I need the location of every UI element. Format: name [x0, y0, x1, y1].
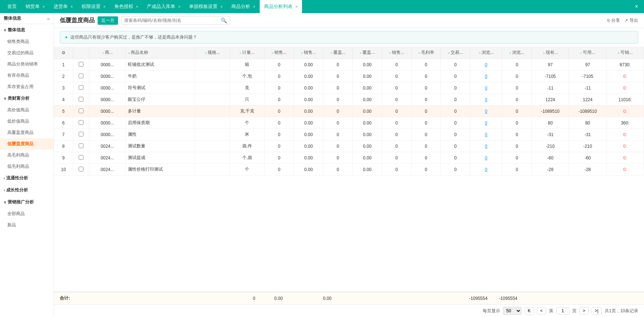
nav-purchase[interactable]: 进货单 × — [49, 0, 77, 13]
nav-product-stock[interactable]: 产成品入库单 × — [142, 0, 185, 13]
col-sales-amt[interactable]: ⬦销售... — [294, 47, 323, 59]
cell-checkbox[interactable] — [73, 164, 89, 175]
nav-template[interactable]: 单据模板设置 × — [185, 0, 227, 13]
cell-checkbox[interactable] — [73, 82, 89, 94]
sidebar-item-low-coverage[interactable]: 低覆盖度商品 — [0, 138, 54, 150]
col-browse1[interactable]: ⬦浏览... — [470, 47, 502, 59]
cell-browse1[interactable]: 0 — [470, 164, 502, 175]
cell-browse1[interactable]: 0 — [470, 71, 502, 82]
footer-current: -1095554 — [466, 296, 491, 301]
nav-home[interactable]: 首页 — [3, 0, 21, 13]
info-icon: ✦ — [64, 35, 68, 40]
col-gross-margin[interactable]: ⬦毛利率 — [411, 47, 441, 59]
cell-name: 属性价格打印测试 — [126, 164, 195, 175]
col-spec[interactable]: ⬦规格... — [195, 47, 229, 59]
close-all-button[interactable]: × — [632, 3, 641, 10]
sidebar-section-marketing[interactable]: ∨ 营销推广分析 — [0, 196, 54, 208]
sidebar-item-sales-products[interactable]: 销售类商品 — [0, 36, 54, 47]
cell-sales-qty: 0 — [264, 94, 294, 106]
table-row: 5 0000... 多计量 克,千克 0 0.00 0 0.00 0 0 0 0… — [54, 106, 644, 117]
sidebar-item-low-margin[interactable]: 低毛利商品 — [0, 161, 54, 172]
cell-browse1[interactable]: 0 — [470, 94, 502, 106]
sidebar-item-low-value[interactable]: 低价值商品 — [0, 116, 54, 127]
cell-sales-amt: 0.00 — [294, 59, 323, 71]
cell-browse1[interactable]: 0 — [470, 140, 502, 152]
time-filter-button[interactable]: 近一月 — [98, 16, 118, 25]
sidebar-item-all-products[interactable]: 全部商品 — [0, 208, 54, 219]
close-purchase-icon[interactable]: × — [71, 5, 73, 9]
sidebar-item-high-coverage[interactable]: 高覆盖度商品 — [0, 127, 54, 138]
close-role-icon[interactable]: × — [136, 5, 138, 9]
col-sales3[interactable]: ⬦销售... — [382, 47, 412, 59]
close-analysis-icon[interactable]: × — [253, 5, 255, 9]
cell-browse1[interactable]: 0 — [470, 117, 502, 129]
sidebar-item-traded-products[interactable]: 交易过的商品 — [0, 47, 54, 59]
last-page-button[interactable]: >| — [592, 307, 602, 314]
export-button[interactable]: ↗ 导出 — [624, 17, 638, 24]
close-template-icon[interactable]: × — [220, 5, 223, 9]
sidebar-item-new-products[interactable]: 新品 — [0, 219, 54, 231]
page-size-select[interactable]: 50 20 100 — [503, 307, 522, 315]
col-unit[interactable]: ⬦计量... — [230, 47, 264, 59]
cell-checkbox[interactable] — [73, 59, 89, 71]
col-sales-qty[interactable]: ⬦销售... — [264, 47, 294, 59]
nav-permissions[interactable]: 权限设置 × — [77, 0, 110, 13]
col-coverage2[interactable]: ⬦覆盖... — [353, 47, 382, 59]
nav-product-analysis[interactable]: 商品分析 × — [227, 0, 260, 13]
col-saleable[interactable]: ⬦可销... — [606, 47, 644, 59]
sidebar-item-stock-capital[interactable]: 库存资金占用 — [0, 81, 54, 92]
sidebar-section-wealth[interactable]: ∨ 类财富分析 — [0, 92, 54, 104]
cell-sku: 0024... — [89, 152, 126, 164]
nav-product-analysis-list[interactable]: 商品分析列表 × — [260, 0, 302, 13]
cell-checkbox[interactable] — [73, 94, 89, 106]
nav-role-auth[interactable]: 角色授权 × — [110, 0, 143, 13]
close-sales-icon[interactable]: × — [43, 5, 45, 9]
sidebar-item-category-rate[interactable]: 商品分类动销率 — [0, 59, 54, 70]
cell-browse1[interactable]: 0 — [470, 106, 502, 117]
sidebar-section-overall[interactable]: ∨ 整体信息 — [0, 24, 54, 36]
close-permissions-icon[interactable]: × — [103, 5, 106, 9]
first-page-button[interactable]: K — [525, 307, 534, 314]
sidebar-section-growth[interactable]: › 成长性分析 — [0, 184, 54, 196]
sidebar-section-liquidity[interactable]: › 流通性分析 — [0, 172, 54, 184]
col-settings[interactable]: ⚙ — [54, 47, 73, 59]
cell-checkbox[interactable] — [73, 71, 89, 82]
cell-checkbox[interactable] — [73, 106, 89, 117]
share-button[interactable]: ⎗ 分享 — [607, 17, 620, 24]
cell-sales-amt: 0.00 — [294, 140, 323, 152]
next-page-button[interactable]: > — [580, 307, 589, 314]
page-number-input[interactable] — [556, 307, 569, 314]
col-available-stock[interactable]: ⬦可用... — [569, 47, 606, 59]
cell-gross-margin: 0 — [411, 106, 441, 117]
cell-checkbox[interactable] — [73, 140, 89, 152]
sidebar-collapse-button[interactable]: « — [47, 16, 50, 21]
cell-sales3: 0 — [382, 140, 412, 152]
cell-browse1[interactable]: 0 — [470, 129, 502, 140]
prev-page-button[interactable]: < — [537, 307, 546, 314]
cell-available: -28 — [569, 164, 606, 175]
cell-trade: 0 — [441, 82, 470, 94]
search-icon[interactable]: 🔍 — [221, 17, 227, 23]
close-product-stock-icon[interactable]: × — [178, 5, 180, 9]
cell-browse2: 0 — [502, 117, 532, 129]
col-current-stock[interactable]: ⬦现有... — [531, 47, 569, 59]
cell-browse1[interactable]: 0 — [470, 152, 502, 164]
col-coverage1[interactable]: ⬦覆盖... — [323, 47, 353, 59]
cell-checkbox[interactable] — [73, 152, 89, 164]
sidebar-item-high-margin[interactable]: 高毛利商品 — [0, 150, 54, 161]
cell-browse1[interactable]: 0 — [470, 82, 502, 94]
cell-checkbox[interactable] — [73, 129, 89, 140]
sidebar-item-stocked-products[interactable]: 有库存商品 — [0, 70, 54, 81]
col-sku[interactable]: ⬦商... — [89, 47, 126, 59]
col-name[interactable]: ⬦商品名称 — [126, 47, 195, 59]
search-box: 🔍 — [121, 16, 230, 25]
nav-sales[interactable]: 销货单 × — [21, 0, 49, 13]
close-analysis-list-icon[interactable]: × — [295, 5, 298, 9]
sidebar-item-high-value[interactable]: 高价值商品 — [0, 104, 54, 116]
cell-checkbox[interactable] — [73, 117, 89, 129]
table-row: 1 0000... 旺辅批次测试 箱 0 0.00 0 0.00 0 0 0 0… — [54, 59, 644, 71]
search-input[interactable] — [124, 18, 221, 23]
col-trade[interactable]: ⬦交易... — [441, 47, 470, 59]
cell-browse1[interactable]: 0 — [470, 59, 502, 71]
col-browse2[interactable]: ⬦浏览... — [502, 47, 532, 59]
